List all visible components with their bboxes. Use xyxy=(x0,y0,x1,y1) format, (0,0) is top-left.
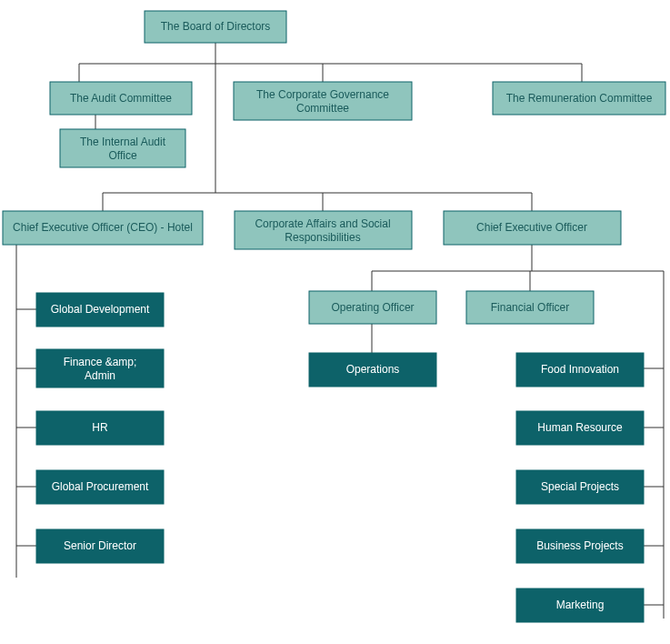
node-food-innovation: Food Innovation xyxy=(516,353,644,387)
label-bproj: Business Projects xyxy=(536,539,623,552)
label-gov1: The Corporate Governance xyxy=(256,88,389,101)
node-internal-audit: The Internal Audit Office xyxy=(60,129,185,167)
node-operations: Operations xyxy=(309,353,436,387)
node-remuneration: The Remuneration Committee xyxy=(493,82,665,115)
label-iaudit2: Office xyxy=(108,149,136,162)
label-rem: The Remuneration Committee xyxy=(506,92,653,105)
label-ops: Operations xyxy=(346,363,400,376)
node-financial-officer: Financial Officer xyxy=(466,291,594,324)
node-marketing: Marketing xyxy=(516,589,644,622)
node-global-procurement: Global Procurement xyxy=(36,470,164,504)
node-corporate-affairs: Corporate Affairs and Social Responsibil… xyxy=(235,211,412,249)
label-ceo: Chief Executive Officer xyxy=(476,221,587,234)
label-food: Food Innovation xyxy=(541,363,619,376)
label-casr2: Responsibilities xyxy=(285,231,360,244)
label-ceoh: Chief Executive Officer (CEO) - Hotel xyxy=(13,221,193,234)
node-hr: HR xyxy=(36,411,164,445)
node-ceo-hotel: Chief Executive Officer (CEO) - Hotel xyxy=(3,211,203,245)
node-senior-director: Senior Director xyxy=(36,529,164,563)
node-human-resource: Human Resource xyxy=(516,411,644,445)
label-board: The Board of Directors xyxy=(161,20,271,33)
label-audit: The Audit Committee xyxy=(70,92,172,105)
label-sdir: Senior Director xyxy=(64,539,136,552)
node-audit: The Audit Committee xyxy=(50,82,192,115)
label-gdev: Global Development xyxy=(51,303,150,316)
label-fadmin2: Admin xyxy=(85,369,115,382)
node-ceo: Chief Executive Officer xyxy=(444,211,621,245)
node-governance: The Corporate Governance Committee xyxy=(234,82,412,120)
label-gov2: Committee xyxy=(296,102,349,115)
label-mkt: Marketing xyxy=(556,599,605,611)
label-gproc: Global Procurement xyxy=(52,480,149,493)
node-global-development: Global Development xyxy=(36,293,164,327)
label-hres: Human Resource xyxy=(537,421,623,434)
label-fadmin1: Finance &amp; xyxy=(64,356,137,368)
node-finance-admin: Finance &amp; Admin xyxy=(36,349,164,387)
org-chart: The Board of Directors The Audit Committ… xyxy=(0,0,670,644)
node-special-projects: Special Projects xyxy=(516,470,644,504)
label-opoff: Operating Officer xyxy=(331,301,414,314)
label-finoff: Financial Officer xyxy=(491,301,569,314)
node-board: The Board of Directors xyxy=(145,11,286,43)
label-iaudit1: The Internal Audit xyxy=(80,136,166,148)
label-casr1: Corporate Affairs and Social xyxy=(255,217,390,230)
node-business-projects: Business Projects xyxy=(516,529,644,563)
label-sproj: Special Projects xyxy=(541,480,619,493)
label-hr: HR xyxy=(92,421,108,434)
node-operating-officer: Operating Officer xyxy=(309,291,436,324)
